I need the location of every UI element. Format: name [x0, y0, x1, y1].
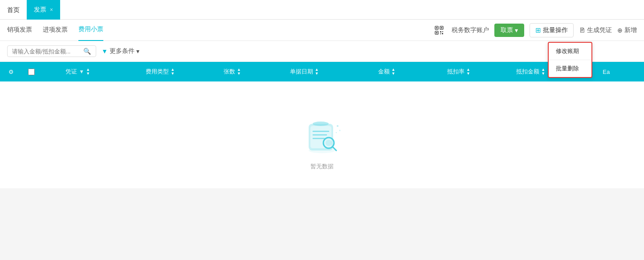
add-icon: ⊕ — [617, 27, 623, 34]
sub-nav-right: 税务数字账户 取票 ▾ ⊞ 批量操作 🖹 生成凭证 ⊕ 新增 修改账期 批量删除 — [432, 23, 637, 37]
header-checkbox[interactable] — [28, 69, 35, 75]
svg-rect-9 — [442, 33, 443, 34]
voucher-icon: 🖹 — [579, 27, 585, 34]
th-expense-type: 费用类型 ▲▼ — [116, 68, 205, 76]
qr-icon-button[interactable] — [432, 23, 446, 37]
tax-account-button[interactable]: 税务数字账户 — [452, 26, 489, 34]
svg-rect-5 — [436, 32, 437, 33]
empty-state: 暂无数据 — [0, 81, 644, 188]
svg-point-21 — [339, 130, 341, 131]
qujiao-button[interactable]: 取票 ▾ — [494, 24, 524, 37]
date-sort[interactable]: ▲▼ — [315, 68, 319, 76]
count-sort[interactable]: ▲▼ — [237, 68, 241, 76]
voucher-sort[interactable]: ▲▼ — [86, 68, 90, 76]
amount-sort[interactable]: ▲▼ — [391, 68, 395, 76]
batch-ops-dropdown: 修改账期 批量删除 — [548, 42, 592, 78]
svg-point-22 — [336, 132, 337, 133]
svg-point-17 — [326, 140, 332, 146]
th-count: 张数 ▲▼ — [205, 68, 260, 76]
sub-nav-left: 销项发票 进项发票 费用小票 — [7, 20, 103, 41]
sub-nav: 销项发票 进项发票 费用小票 税务数字账户 取 — [0, 20, 644, 41]
svg-point-20 — [337, 125, 338, 127]
th-voucher: 凭证 ▼ ▲▼ — [40, 68, 116, 76]
top-nav: 首页 发票 × — [0, 0, 644, 20]
empty-text: 暂无数据 — [310, 162, 334, 171]
svg-point-19 — [313, 122, 329, 126]
home-link[interactable]: 首页 — [7, 0, 27, 20]
th-gear[interactable]: ⚙ — [0, 69, 22, 75]
close-tab-icon[interactable]: × — [50, 7, 53, 13]
th-amount: 金额 ▲▼ — [349, 68, 424, 76]
xinzeng-button[interactable]: ⊕ 新增 — [617, 26, 637, 34]
active-tab[interactable]: 发票 × — [27, 0, 60, 20]
qr-icon — [434, 25, 444, 35]
search-icon[interactable]: 🔍 — [83, 48, 91, 55]
deduct-amount-sort[interactable]: ▲▼ — [541, 68, 545, 76]
filter-icon: ▼ — [102, 48, 108, 55]
expense-type-sort[interactable]: ▲▼ — [171, 68, 175, 76]
tab-feiyong-xiaopiao[interactable]: 费用小票 — [78, 20, 103, 41]
th-deduct-rate: 抵扣率 ▲▼ — [424, 68, 493, 76]
piliangcaozuo-button[interactable]: ⊞ 批量操作 — [530, 23, 574, 37]
th-checkbox[interactable] — [22, 69, 40, 75]
svg-rect-1 — [436, 27, 437, 28]
tab-jinxiang-fapiao[interactable]: 进项发票 — [43, 20, 68, 41]
svg-rect-3 — [441, 27, 442, 28]
svg-rect-7 — [442, 31, 443, 32]
tab-xiaoxiang-fapiao[interactable]: 销项发票 — [7, 20, 32, 41]
active-tab-label: 发票 — [34, 6, 46, 14]
deduct-rate-sort[interactable]: ▲▼ — [466, 68, 470, 76]
more-conditions-button[interactable]: ▼ 更多条件 ▾ — [102, 47, 139, 55]
search-input[interactable] — [12, 48, 83, 55]
shengchengling-button[interactable]: 🖹 生成凭证 — [579, 26, 612, 34]
voucher-filter-icon[interactable]: ▼ — [79, 69, 84, 75]
search-input-wrap: 🔍 — [7, 45, 96, 57]
dropdown-item-batch-delete[interactable]: 批量删除 — [549, 60, 591, 77]
svg-rect-6 — [440, 31, 441, 32]
empty-illustration — [300, 117, 344, 157]
svg-rect-8 — [440, 33, 441, 34]
dropdown-item-modify-period[interactable]: 修改账期 — [549, 43, 591, 60]
th-date: 单据日期 ▲▼ — [260, 68, 349, 76]
batch-ops-icon: ⊞ — [535, 26, 541, 34]
